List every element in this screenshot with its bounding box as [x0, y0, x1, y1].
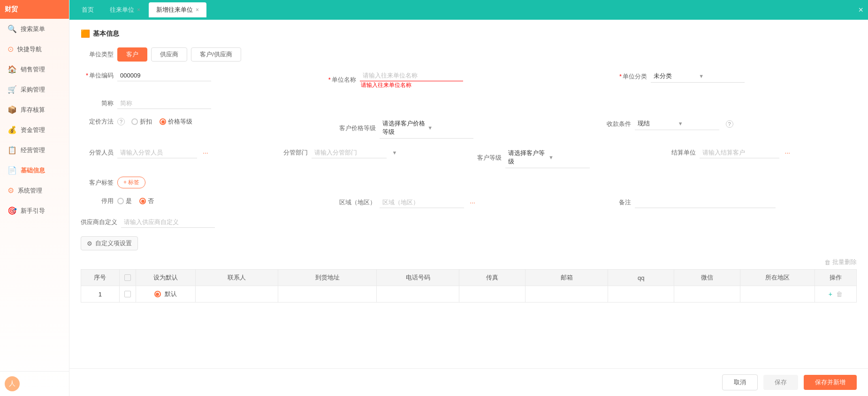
pricing-level[interactable]: 价格等级: [160, 117, 192, 126]
unit-category-select[interactable]: 未分类 ▼: [651, 70, 745, 83]
row-action-group: + 🗑: [820, 290, 852, 298]
sidebar-item-guide[interactable]: 🎯 新手引导: [0, 201, 69, 221]
dept-input[interactable]: [312, 147, 387, 158]
supplier-custom-input[interactable]: [121, 217, 215, 228]
no-radio[interactable]: [139, 198, 146, 204]
payment-term-select[interactable]: 现结 ▼: [635, 117, 719, 130]
supplier-custom-field: 供应商自定义: [81, 217, 857, 228]
cancel-button[interactable]: 取消: [722, 374, 758, 390]
custom-settings-button[interactable]: ⚙ 自定义项设置: [81, 236, 138, 250]
default-radio-item[interactable]: 默认: [141, 290, 190, 298]
th-actions: 操作: [815, 270, 856, 286]
tab-close-all[interactable]: ×: [858, 5, 863, 15]
disabled-yes[interactable]: 是: [117, 197, 132, 205]
th-checkbox: [119, 270, 136, 286]
tab-add-partner-close[interactable]: ×: [196, 7, 199, 13]
gear-icon: ⚙: [87, 240, 92, 247]
unit-btn-customer[interactable]: 客户: [117, 47, 147, 62]
customer-price-select[interactable]: 请选择客户价格等级 ▼: [380, 117, 473, 139]
pricing-discount[interactable]: 折扣: [131, 117, 152, 126]
td-email[interactable]: [525, 286, 608, 303]
sidebar-item-label: 快捷导航: [17, 45, 42, 54]
caret-icon: ▼: [699, 73, 742, 79]
email-input[interactable]: [548, 291, 586, 298]
short-name-input[interactable]: [117, 98, 211, 109]
sidebar-item-finance[interactable]: 💰 资金管理: [0, 120, 69, 140]
logo: 财贸: [0, 0, 69, 19]
td-fax[interactable]: [459, 286, 525, 303]
td-seq: 1: [81, 286, 120, 303]
unit-btn-supplier[interactable]: 供应商: [151, 47, 187, 62]
address-input[interactable]: [304, 291, 351, 298]
sidebar-item-sales[interactable]: 🏠 销售管理: [0, 59, 69, 79]
tab-partner-list-close[interactable]: ×: [137, 7, 140, 13]
region-ellipsis[interactable]: ···: [470, 199, 475, 206]
td-phone[interactable]: [377, 286, 459, 303]
batch-delete-button[interactable]: 🗑 批量删除: [824, 258, 857, 266]
select-all-checkbox[interactable]: [124, 274, 131, 281]
price-level-radio[interactable]: [160, 118, 166, 125]
payment-help-icon[interactable]: ?: [726, 120, 733, 128]
sidebar-item-inventory[interactable]: 📦 库存核算: [0, 100, 69, 120]
pricing-method-field: 定价方法 ? 折扣 价格等级: [81, 117, 339, 126]
td-qq[interactable]: [608, 286, 674, 303]
yes-label: 是: [126, 197, 132, 205]
save-new-button[interactable]: 保存并新增: [804, 375, 857, 390]
sidebar-item-search[interactable]: 🔍 搜索菜单: [0, 19, 69, 39]
phone-input[interactable]: [399, 291, 437, 298]
customer-level-select[interactable]: 请选择客户等级 ▼: [505, 147, 590, 168]
qq-input[interactable]: [627, 291, 655, 298]
tab-add-partner[interactable]: 新增往来单位 ×: [149, 2, 206, 17]
unit-btn-both[interactable]: 客户/供应商: [191, 47, 241, 62]
section-title: 🟧 基本信息: [81, 29, 857, 38]
td-wechat[interactable]: [674, 286, 740, 303]
customer-price-field: 客户价格等级 请选择客户价格等级 ▼: [339, 117, 598, 139]
sidebar-item-system[interactable]: ⚙ 系统管理: [0, 180, 69, 201]
wechat-input[interactable]: [693, 291, 721, 298]
td-region[interactable]: [740, 286, 815, 303]
avatar[interactable]: 人: [5, 376, 20, 391]
disabled-no[interactable]: 否: [139, 197, 154, 205]
unit-code-field: 单位编码: [81, 70, 323, 81]
manager-input[interactable]: [117, 147, 197, 158]
delete-row-button[interactable]: 🗑: [836, 290, 843, 298]
td-address[interactable]: [278, 286, 377, 303]
save-button[interactable]: 保存: [763, 375, 798, 390]
region-row-input[interactable]: [761, 291, 794, 298]
add-tag-button[interactable]: + 标签: [117, 177, 145, 188]
remark-input[interactable]: [635, 197, 776, 208]
unit-code-input[interactable]: [117, 70, 211, 81]
settlement-input[interactable]: [700, 147, 779, 158]
unit-code-label: 单位编码: [81, 71, 114, 80]
settlement-ellipsis[interactable]: ···: [785, 149, 791, 156]
add-row-button[interactable]: +: [829, 290, 832, 298]
caret-icon2: ▼: [427, 125, 471, 131]
sidebar-item-basic-info[interactable]: 📄 基础信息: [0, 160, 69, 180]
tag-row: 客户标签 + 标签: [81, 177, 857, 188]
unit-name-input[interactable]: [360, 70, 463, 81]
yes-radio[interactable]: [117, 198, 124, 204]
row-checkbox[interactable]: [124, 291, 131, 297]
discount-radio[interactable]: [131, 118, 138, 125]
sidebar-item-quick-nav[interactable]: ⊙ 快捷导航: [0, 39, 69, 59]
tab-home[interactable]: 首页: [74, 2, 101, 17]
manager-row: 分管人员 ··· 分管部门 ▼ 客户等级 请选择客户等级 ▼ 结算单位 ···: [81, 147, 857, 168]
operation-icon: 📋: [8, 146, 17, 155]
sidebar-item-purchase[interactable]: 🛒 采购管理: [0, 79, 69, 100]
region-input[interactable]: [380, 197, 464, 208]
supplier-custom-label: 供应商自定义: [81, 218, 117, 226]
contact-input[interactable]: [218, 291, 255, 298]
sidebar-item-operation[interactable]: 📋 经营管理: [0, 140, 69, 160]
tab-partner-list[interactable]: 往来单位 ×: [102, 2, 148, 17]
manager-label: 分管人员: [81, 148, 114, 157]
default-radio[interactable]: [154, 291, 161, 297]
unit-type-group: 客户 供应商 客户/供应商: [117, 47, 241, 62]
region-field: 区域（地区） ···: [339, 197, 598, 208]
manager-ellipsis[interactable]: ···: [203, 149, 208, 156]
td-contact[interactable]: [195, 286, 278, 303]
sidebar-item-label: 搜索菜单: [21, 25, 45, 33]
fax-input[interactable]: [478, 291, 506, 298]
pricing-help-icon[interactable]: ?: [117, 118, 125, 125]
home-icon: ⊙: [8, 45, 14, 54]
sidebar-bottom: 人: [0, 371, 69, 396]
